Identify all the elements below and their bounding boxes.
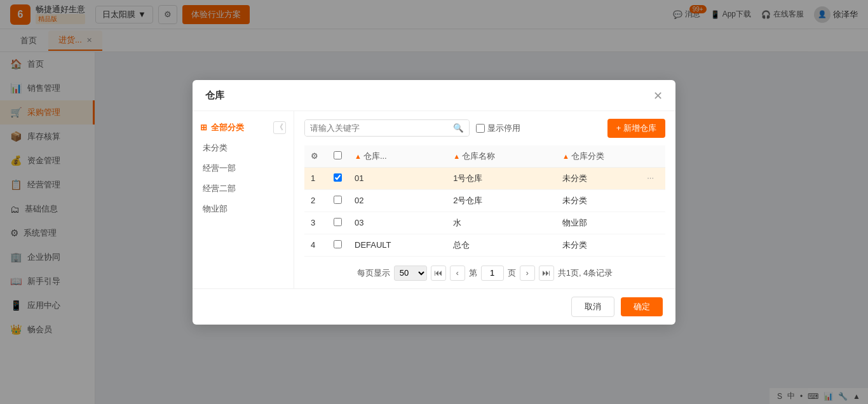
collapse-panel-button[interactable]: 《 bbox=[273, 121, 286, 134]
row-number: 4 bbox=[304, 234, 327, 256]
table-header-row: ⚙ ▲ 仓库... ▲ 仓库名称 bbox=[304, 145, 665, 168]
select-all-checkbox[interactable] bbox=[334, 151, 342, 159]
table-row[interactable]: 2 02 2号仓库 未分类 bbox=[304, 189, 665, 212]
table-toolbar: 🔍 显示停用 + 新增仓库 bbox=[304, 119, 665, 138]
row-number: 3 bbox=[304, 212, 327, 234]
confirm-button[interactable]: 确定 bbox=[621, 297, 663, 316]
modal-title: 仓库 bbox=[205, 90, 224, 102]
row-category: 物业部 bbox=[556, 212, 665, 234]
cancel-button[interactable]: 取消 bbox=[571, 297, 614, 317]
next-page-button[interactable]: › bbox=[520, 266, 535, 281]
th-category: ▲ 仓库分类 bbox=[556, 145, 665, 168]
all-category-label: 全部分类 bbox=[211, 122, 244, 133]
first-page-button[interactable]: ⏮ bbox=[431, 266, 446, 281]
row-category: 未分类··· bbox=[556, 167, 665, 189]
row-number: 1 bbox=[304, 167, 327, 189]
row-code: 01 bbox=[348, 167, 447, 189]
show-disabled-checkbox[interactable] bbox=[476, 124, 485, 133]
th-checkbox bbox=[327, 145, 348, 168]
row-number: 2 bbox=[304, 189, 327, 212]
table-row[interactable]: 4 DEFAULT 总仓 未分类 bbox=[304, 234, 665, 256]
last-page-button[interactable]: ⏭ bbox=[539, 266, 554, 281]
modal-footer: 取消 确定 bbox=[193, 288, 675, 325]
row-checkbox-cell bbox=[327, 167, 348, 189]
row-checkbox-cell bbox=[327, 234, 348, 256]
th-settings: ⚙ bbox=[304, 145, 327, 168]
th-code-label: 仓库... bbox=[363, 151, 387, 162]
th-name-label: 仓库名称 bbox=[462, 151, 495, 162]
row-name: 2号仓库 bbox=[447, 189, 556, 212]
page-number-input[interactable] bbox=[481, 266, 504, 281]
per-page-label: 每页显示 bbox=[357, 267, 390, 279]
modal-close-button[interactable]: ✕ bbox=[653, 89, 663, 103]
th-code: ▲ 仓库... bbox=[348, 145, 447, 168]
row-category: 未分类 bbox=[556, 189, 665, 212]
th-name: ▲ 仓库名称 bbox=[447, 145, 556, 168]
pagination: 每页显示 50 20 100 ⏮ ‹ 第 页 › ⏭ 共1页, 4条记录 bbox=[304, 257, 665, 281]
sort-name-icon: ▲ bbox=[453, 152, 460, 160]
row-name: 水 bbox=[447, 212, 556, 234]
modal-body: ⊞ 全部分类 《 未分类 经营一部 经营二部 物业部 🔍 bbox=[193, 111, 675, 288]
warehouse-table: ⚙ ▲ 仓库... ▲ 仓库名称 bbox=[304, 145, 665, 257]
row-checkbox[interactable] bbox=[334, 218, 342, 226]
row-code: DEFAULT bbox=[348, 234, 447, 256]
row-checkbox-cell bbox=[327, 189, 348, 212]
category-item-dept1[interactable]: 经营一部 bbox=[193, 158, 294, 178]
page-suffix: 页 bbox=[508, 267, 516, 279]
page-label: 第 bbox=[469, 267, 477, 279]
row-category: 未分类 bbox=[556, 234, 665, 256]
th-category-label: 仓库分类 bbox=[571, 151, 604, 162]
category-header: ⊞ 全部分类 《 bbox=[193, 118, 294, 138]
row-name: 1号仓库 bbox=[447, 167, 556, 189]
modal-header: 仓库 ✕ bbox=[193, 80, 675, 111]
sort-icon: ▲ bbox=[355, 152, 362, 160]
row-code: 02 bbox=[348, 189, 447, 212]
show-disabled-label: 显示停用 bbox=[487, 123, 520, 134]
table-row[interactable]: 3 03 水 物业部 bbox=[304, 212, 665, 234]
prev-page-button[interactable]: ‹ bbox=[450, 266, 465, 281]
modal-overlay: 仓库 ✕ ⊞ 全部分类 《 未分类 经营一部 经营二部 物业部 bbox=[0, 0, 868, 404]
table-panel: 🔍 显示停用 + 新增仓库 ⚙ bbox=[294, 111, 675, 288]
category-item-dept2[interactable]: 经营二部 bbox=[193, 178, 294, 199]
search-input-wrap: 🔍 bbox=[304, 119, 470, 137]
row-checkbox-cell bbox=[327, 212, 348, 234]
search-button[interactable]: 🔍 bbox=[448, 120, 469, 136]
row-code: 03 bbox=[348, 212, 447, 234]
total-records-label: 共1页, 4条记录 bbox=[558, 267, 613, 279]
category-item-uncategorized[interactable]: 未分类 bbox=[193, 138, 294, 158]
category-item-property[interactable]: 物业部 bbox=[193, 199, 294, 219]
row-checkbox[interactable] bbox=[334, 240, 342, 248]
row-name: 总仓 bbox=[447, 234, 556, 256]
grid-icon: ⊞ bbox=[200, 123, 207, 132]
category-panel: ⊞ 全部分类 《 未分类 经营一部 经营二部 物业部 bbox=[193, 111, 294, 288]
row-checkbox[interactable] bbox=[334, 196, 342, 204]
show-disabled-wrap: 显示停用 bbox=[476, 123, 520, 134]
table-body: 1 01 1号仓库 未分类··· 2 02 2号仓库 未分类 3 03 水 物业… bbox=[304, 167, 665, 256]
warehouse-modal: 仓库 ✕ ⊞ 全部分类 《 未分类 经营一部 经营二部 物业部 bbox=[193, 80, 675, 325]
all-category-button[interactable]: ⊞ 全部分类 bbox=[200, 122, 244, 133]
sort-cat-icon: ▲ bbox=[562, 152, 569, 160]
add-warehouse-button[interactable]: + 新增仓库 bbox=[607, 119, 665, 138]
table-row[interactable]: 1 01 1号仓库 未分类··· bbox=[304, 167, 665, 189]
row-checkbox[interactable] bbox=[334, 173, 342, 182]
per-page-select[interactable]: 50 20 100 bbox=[394, 266, 427, 281]
search-input[interactable] bbox=[305, 120, 448, 136]
